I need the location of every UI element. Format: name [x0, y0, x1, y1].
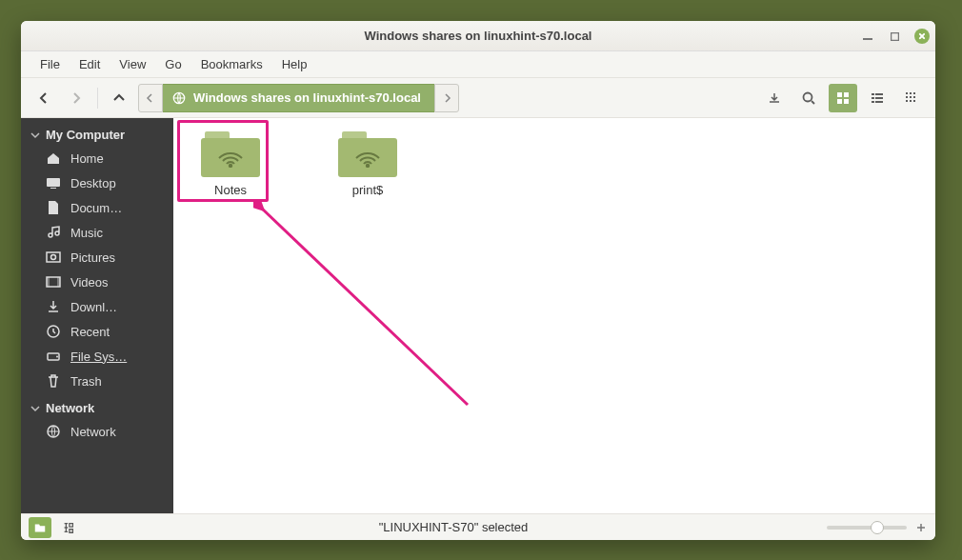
svg-rect-9 [875, 93, 883, 95]
minimize-button[interactable] [861, 30, 874, 43]
sidebar-item-label: Desktop [70, 176, 116, 190]
compact-icon [904, 90, 919, 106]
zoom-thumb[interactable] [871, 521, 884, 534]
titlebar: Windows shares on linuxhint-s70.local [21, 21, 935, 51]
content-pane[interactable]: Notes print$ [173, 118, 935, 513]
svg-rect-29 [57, 277, 60, 287]
svg-point-35 [230, 165, 231, 167]
sidebar-item-desktop[interactable]: Desktop [21, 170, 173, 195]
svg-rect-17 [906, 96, 908, 98]
pathbar[interactable]: Windows shares on linuxhint-s70.local [138, 84, 459, 112]
icon-view-button[interactable] [829, 84, 857, 112]
show-treeview-button[interactable] [57, 517, 80, 538]
zoom-track[interactable] [827, 526, 907, 530]
sidebar-item-home[interactable]: Home [21, 146, 173, 170]
svg-rect-22 [913, 100, 915, 102]
sidebar-item-documents[interactable]: Docum… [21, 195, 173, 220]
sidebar-item-downloads[interactable]: Downl… [21, 294, 173, 319]
toolbar: Windows shares on linuxhint-s70.local [21, 78, 935, 118]
show-places-button[interactable] [29, 517, 51, 538]
svg-point-36 [367, 165, 369, 167]
download-icon [46, 299, 61, 314]
sidebar-item-pictures[interactable]: Pictures [21, 245, 173, 270]
sidebar-item-label: Home [70, 151, 104, 166]
svg-rect-5 [844, 92, 849, 97]
menu-bookmarks[interactable]: Bookmarks [193, 53, 271, 75]
sidebar-item-label: Docum… [70, 201, 122, 215]
sidebar-item-trash[interactable]: Trash [21, 369, 173, 393]
sidebar-section-network[interactable]: Network [21, 397, 173, 419]
svg-line-34 [261, 208, 468, 405]
svg-rect-0 [863, 38, 872, 40]
sidebar-item-filesystem[interactable]: File Sys… [21, 344, 173, 369]
svg-rect-28 [47, 277, 50, 287]
path-segment[interactable]: Windows shares on linuxhint-s70.local [163, 84, 434, 112]
zoom-in-icon [914, 521, 928, 534]
svg-rect-16 [913, 92, 915, 94]
sidebar-item-label: Videos [70, 275, 109, 290]
desktop-icon [46, 175, 61, 190]
recent-icon [46, 324, 61, 339]
svg-rect-8 [872, 93, 874, 95]
sidebar-section-label: My Computer [46, 128, 125, 142]
toolbar-right [760, 84, 926, 112]
videos-icon [46, 274, 61, 290]
menu-edit[interactable]: Edit [71, 53, 108, 75]
list-view-button[interactable] [863, 84, 892, 112]
network-folder-icon [201, 131, 260, 177]
svg-rect-6 [837, 99, 842, 104]
sidebar-item-videos[interactable]: Videos [21, 270, 173, 294]
sidebar-item-network[interactable]: Network [21, 419, 173, 444]
search-icon [801, 90, 816, 106]
svg-rect-11 [875, 97, 883, 99]
svg-rect-21 [910, 100, 912, 102]
path-next-button[interactable] [434, 84, 459, 112]
folder-label: print$ [352, 183, 384, 197]
svg-rect-25 [47, 252, 60, 262]
svg-rect-12 [872, 101, 874, 103]
folder-grid: Notes print$ [183, 131, 935, 197]
network-folder-icon [338, 131, 397, 177]
sidebar-item-label: Pictures [70, 250, 115, 265]
close-button[interactable] [914, 29, 930, 44]
tree-icon [62, 521, 75, 534]
back-button[interactable] [30, 85, 57, 111]
pictures-icon [46, 250, 61, 265]
forward-button[interactable] [63, 85, 90, 111]
file-manager-window: Windows shares on linuxhint-s70.local Fi… [21, 21, 935, 540]
globe-icon [172, 91, 186, 105]
chevron-down-icon [30, 130, 40, 140]
folder-print[interactable]: print$ [320, 131, 415, 197]
menu-help[interactable]: Help [274, 53, 315, 75]
window-title: Windows shares on linuxhint-s70.local [365, 29, 592, 43]
svg-point-32 [56, 356, 58, 358]
menubar: File Edit View Go Bookmarks Help [21, 51, 935, 78]
statusbar: "LINUXHINT-S70" selected [21, 513, 935, 540]
sidebar-item-music[interactable]: Music [21, 220, 173, 245]
network-icon [46, 424, 61, 439]
trash-icon [46, 373, 61, 389]
zoom-slider[interactable] [827, 521, 928, 534]
search-button[interactable] [794, 84, 823, 112]
places-icon [33, 521, 47, 534]
toggle-location-button[interactable] [760, 84, 789, 112]
separator [97, 88, 98, 109]
menu-view[interactable]: View [111, 53, 153, 75]
svg-rect-4 [837, 92, 842, 97]
drive-icon [46, 349, 61, 364]
path-prev-button[interactable] [138, 84, 163, 112]
sidebar-section-my-computer[interactable]: My Computer [21, 124, 173, 146]
svg-rect-19 [913, 96, 915, 98]
sidebar-section-label: Network [46, 401, 94, 415]
maximize-button[interactable] [888, 30, 901, 43]
sidebar-item-label: Downl… [70, 300, 117, 314]
menu-go[interactable]: Go [157, 53, 189, 75]
window-controls [861, 21, 930, 51]
svg-rect-7 [844, 99, 849, 104]
menu-file[interactable]: File [32, 53, 68, 75]
compact-view-button[interactable] [897, 84, 926, 112]
document-icon [46, 200, 61, 215]
sidebar-item-recent[interactable]: Recent [21, 319, 173, 344]
up-button[interactable] [106, 85, 132, 111]
folder-notes[interactable]: Notes [183, 131, 278, 197]
